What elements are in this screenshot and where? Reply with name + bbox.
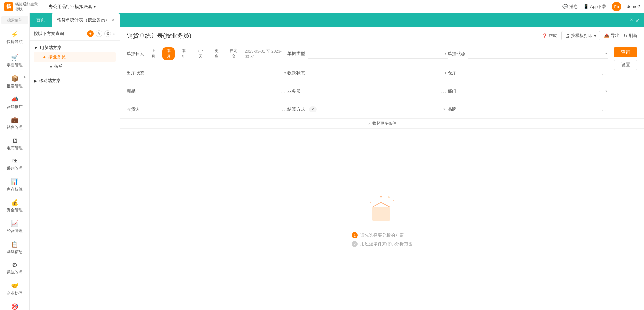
quicknav-label: 快捷导航 — [7, 39, 23, 45]
system-label: 系统管理 — [7, 270, 23, 275]
logo-area: 畅 畅捷通好生意 标版 — [4, 2, 38, 11]
scheme-item-by-salesperson[interactable]: ● 按业务员 — [34, 52, 116, 62]
sidebar: 搜索菜单 ⚡ 快捷导航 🛒 零售管理 📦 批发管理 ▲ 📣 营销推广 💼 — [0, 13, 30, 310]
date-this-month-btn[interactable]: 本月 — [162, 47, 175, 60]
operations-label: 经营管理 — [7, 228, 23, 234]
paystatus-select[interactable]: ▾ — [308, 68, 448, 78]
sidebar-item-purchase[interactable]: 🛍 采购管理 — [0, 154, 29, 175]
sidebar-item-wholesale[interactable]: 📦 批发管理 ▲ — [0, 71, 29, 92]
filter-warehouse-item: 仓库 ... — [448, 68, 608, 78]
dept-label: 部门 — [448, 88, 465, 94]
doctype-arrow: ▾ — [445, 52, 446, 55]
brand-dots[interactable]: ... — [602, 106, 607, 112]
search-menu-btn[interactable]: 搜索菜单 — [1, 16, 28, 24]
wholesale-icon: 📦 — [11, 75, 18, 82]
sidebar-item-operations[interactable]: 📈 经营管理 — [0, 216, 29, 237]
sub-item-icon-order: ≡ — [50, 64, 52, 69]
ecom-icon: 🖥 — [12, 137, 18, 144]
scheme-desktop-title[interactable]: ▼ 电脑端方案 — [34, 43, 116, 52]
sidebar-item-retail[interactable]: 🛒 零售管理 — [0, 51, 29, 71]
scheme-header: 按以下方案查询 + ✎ ⚙ « — [30, 27, 120, 41]
sidebar-item-finance[interactable]: 💰 资金管理 — [0, 196, 29, 216]
tab-home[interactable]: 首页 — [30, 13, 52, 27]
collapse-bar[interactable]: ∧ 收起更多条件 — [120, 119, 644, 129]
tab-close-icon[interactable]: × — [112, 18, 114, 22]
collapse-text: ∧ 收起更多条件 — [122, 121, 642, 126]
scheme-desktop-section: ▼ 电脑端方案 ● 按业务员 ≡ 按单 — [30, 41, 120, 73]
export-btn[interactable]: 📤 导出 — [604, 33, 620, 39]
collab-label: 企业协同 — [7, 291, 23, 296]
settlement-x-close[interactable]: × — [312, 107, 314, 112]
scheme-panel-title: 按以下方案查询 — [34, 31, 64, 37]
operations-icon: 📈 — [11, 220, 18, 227]
scheme-mobile-title[interactable]: ▶ 移动端方案 — [34, 76, 116, 85]
filter-dept-item: 部门 ▾ — [448, 86, 608, 96]
step-1-label: 请先选择要分析的方案 — [360, 232, 404, 238]
scheme-actions: + ✎ ⚙ « — [87, 30, 116, 37]
sidebar-item-basics[interactable]: 📋 基础信息 — [0, 237, 29, 258]
settlement-arrow: ▾ — [443, 107, 445, 111]
product-dots[interactable]: ... — [280, 88, 286, 94]
help-btn[interactable]: ❓ 帮助 — [542, 33, 557, 39]
warehouse-dots[interactable]: ... — [602, 70, 607, 76]
tab-maximize-btn[interactable]: ⤢ — [636, 17, 640, 23]
empty-state: 1 请先选择要分析的方案 2 用过滤条件来缩小分析范围 — [120, 129, 644, 310]
tab-sales-stats-label: 销货单统计表（按业务员） — [57, 17, 109, 23]
filter-receiver-item: 收货人 ... — [127, 104, 287, 114]
scheme-sub-item-by-order[interactable]: ≡ 按单 — [34, 62, 116, 71]
scheme-settings-btn[interactable]: ⚙ — [104, 30, 111, 37]
workspace-selector[interactable]: 办公用品行业模拟账套 ▾ — [49, 4, 96, 10]
date-more-btn[interactable]: 更多 — [210, 47, 223, 60]
sidebar-item-collab[interactable]: 🤝 企业协同 — [0, 279, 29, 300]
sidebar-item-guide[interactable]: 🎯 新手引导 — [0, 300, 29, 310]
purchase-icon: 🛍 — [12, 158, 18, 165]
date-filter: 上月 本月 本年 近7天 更多 自定义 2023-03-01 至 2023-03… — [147, 47, 287, 60]
setup-button[interactable]: 设置 — [614, 60, 637, 70]
print-btn[interactable]: 🖨 按模板打印 ▾ — [561, 31, 600, 40]
workspace-arrow: ▾ — [94, 4, 96, 9]
query-button[interactable]: 查询 — [614, 47, 637, 57]
filter-rows-left: 单据日期 上月 本月 本年 近7天 更多 自定义 — [127, 47, 608, 114]
receiver-input[interactable] — [147, 104, 279, 114]
marketing-label: 营销推广 — [7, 104, 23, 110]
app-download-btn[interactable]: 📱 App下载 — [583, 4, 606, 10]
dept-select[interactable]: ▾ — [468, 86, 608, 96]
retail-label: 零售管理 — [7, 62, 23, 68]
filter-row-1: 单据日期 上月 本月 本年 近7天 更多 自定义 — [127, 47, 637, 114]
mobile-arrow-icon: ▶ — [34, 78, 37, 83]
scheme-edit-btn[interactable]: ✎ — [96, 30, 102, 37]
settlement-label: 结算方式 — [287, 106, 305, 112]
svg-point-3 — [388, 196, 390, 198]
salesperson-label: 业务员 — [287, 88, 305, 94]
date-range-text: 2023-03-01 至 2023-03-31 — [245, 49, 287, 59]
sidebar-item-marketing[interactable]: 📣 营销推广 — [0, 92, 29, 113]
empty-step-2: 2 用过滤条件来缩小分析范围 — [352, 241, 413, 247]
sidebar-item-quicknav[interactable]: ⚡ 快捷导航 — [0, 27, 29, 48]
scheme-add-btn[interactable]: + — [87, 30, 94, 37]
user-avatar[interactable]: Ea — [612, 2, 621, 11]
sidebar-item-inventory[interactable]: 📊 库存核算 — [0, 175, 29, 196]
settlement-select[interactable]: ▾ — [319, 107, 447, 111]
desktop-section-label: 电脑端方案 — [40, 45, 62, 51]
sidebar-item-sales[interactable]: 💼 销售管理 — [0, 113, 29, 134]
refresh-btn[interactable]: ↻ 刷新 — [624, 33, 637, 39]
date-7days-btn[interactable]: 近7天 — [193, 47, 208, 60]
step-2-num: 2 — [352, 241, 358, 247]
salesperson-dots[interactable]: ... — [441, 88, 446, 94]
date-this-year-btn[interactable]: 本年 — [177, 47, 190, 60]
empty-illustration — [365, 192, 399, 227]
sidebar-item-system[interactable]: ⚙ 系统管理 — [0, 258, 29, 279]
tab-minimize-btn[interactable]: × — [630, 17, 633, 23]
tab-sales-stats[interactable]: 销货单统计表（按业务员） × — [52, 13, 120, 27]
doctype-select[interactable]: ▾ — [308, 49, 448, 59]
docstatus-select[interactable]: ▾ — [468, 49, 608, 59]
receiver-dots[interactable]: ... — [282, 106, 287, 112]
date-prev-month-btn[interactable]: 上月 — [147, 47, 160, 60]
message-btn[interactable]: 💬 消息 — [562, 4, 578, 10]
outstatus-select[interactable]: ▾ — [147, 68, 287, 78]
ecom-label: 电商管理 — [7, 145, 23, 151]
sidebar-item-ecom[interactable]: 🖥 电商管理 — [0, 134, 29, 154]
scheme-collapse-btn[interactable]: « — [113, 31, 116, 36]
mobile-section-label: 移动端方案 — [39, 78, 61, 84]
date-custom-btn[interactable]: 自定义 — [225, 47, 242, 60]
